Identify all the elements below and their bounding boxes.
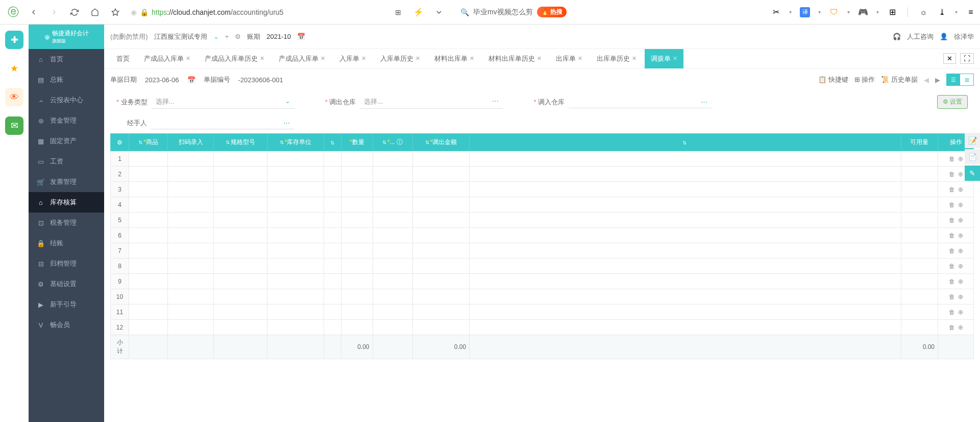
search-icon: 🔍 (460, 8, 469, 16)
forward-button[interactable] (45, 3, 63, 21)
url-bar[interactable]: ◉ 🔒 https://cloud.chanjet.com/accounting… (127, 4, 387, 20)
dropdown-icon[interactable]: ▾ (955, 9, 958, 15)
dropdown-icon[interactable]: ▾ (818, 9, 821, 15)
chevron-down-icon[interactable] (430, 3, 448, 21)
lock-icon: 🔒 (140, 8, 149, 16)
logo-360[interactable]: ⓔ (4, 3, 22, 21)
flash-icon[interactable]: ⚡ (409, 3, 428, 21)
favorite-button[interactable] (106, 3, 125, 21)
download-icon[interactable]: ⤓ (937, 7, 947, 17)
back-button[interactable] (24, 3, 43, 21)
grid-icon[interactable]: ⊞ (887, 7, 897, 17)
dropdown-icon[interactable]: ▾ (789, 9, 792, 15)
qr-icon[interactable]: ⊞ (389, 3, 407, 21)
url-domain: ://cloud.chanjet.com (167, 8, 231, 16)
url-protocol: https (152, 8, 167, 16)
search-area[interactable]: 🔍 毕业mv视频怎么剪 🔥 热搜 (460, 7, 567, 17)
translate-icon[interactable]: 译 (800, 7, 810, 17)
home-button[interactable] (86, 3, 104, 21)
shield-icon: ◉ (131, 8, 137, 16)
scissors-icon[interactable]: ✂ (771, 7, 781, 17)
hot-badge[interactable]: 🔥 热搜 (537, 7, 567, 17)
dropdown-icon[interactable]: ▾ (847, 9, 850, 15)
search-text: 毕业mv视频怎么剪 (473, 8, 533, 17)
game-icon[interactable]: 🎮 (858, 7, 868, 17)
shield-icon[interactable]: 🛡 (829, 7, 839, 17)
sun-icon[interactable]: ☼ (918, 7, 928, 17)
menu-icon[interactable]: ≡ (966, 7, 976, 17)
url-path: /accounting/uru5 (231, 8, 284, 16)
reload-button[interactable] (65, 3, 84, 21)
browser-tools: ✂ ▾ 译 ▾ 🛡 ▾ 🎮 ▾ ⊞ ☼ ⤓ ▾ ≡ (771, 7, 976, 17)
browser-toolbar: ⓔ ◉ 🔒 https://cloud.chanjet.com/accounti… (0, 0, 980, 25)
dropdown-icon[interactable]: ▾ (876, 9, 879, 15)
